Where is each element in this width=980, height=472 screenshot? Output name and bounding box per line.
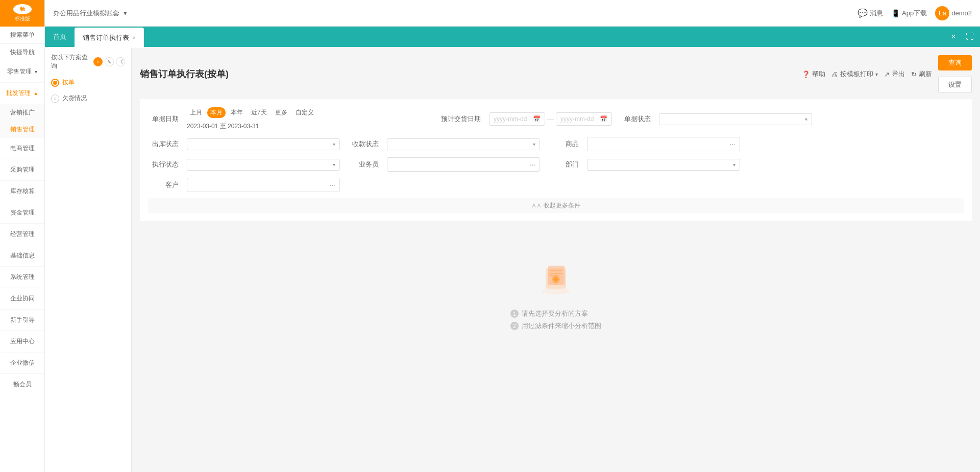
expected-date-label: 预计交货日期 <box>440 114 481 124</box>
doc-status-label: 单据状态 <box>620 114 651 124</box>
sidebar-item-search[interactable]: 搜索菜单 <box>0 27 44 44</box>
user-name-label: demo2 <box>951 9 972 17</box>
expected-date-range: yyyy-mm-dd 📅 — yyyy-mm-dd 📅 <box>489 112 612 126</box>
expected-date-to-input[interactable]: yyyy-mm-dd 📅 <box>556 112 612 126</box>
collapse-panel-button[interactable]: 《 <box>116 57 125 66</box>
chevron-up-icon: ▲ <box>33 90 38 96</box>
main-area: 办公用品行业模拟账套 ▾ 💬 消息 📱 App下载 Ea demo2 首页 <box>45 0 980 472</box>
logo-subtitle: 标准版 <box>15 15 30 22</box>
breadcrumb-arrow-icon: ▾ <box>124 9 127 17</box>
user-profile-button[interactable]: Ea demo2 <box>935 6 972 20</box>
page-header: 销售订单执行表(按单) ❓ 帮助 🖨 按模板打印 ▾ ↗ 导出 <box>140 55 972 93</box>
help-label: 帮助 <box>812 69 825 79</box>
date-range-display: 2023-03-01 至 2023-03-31 <box>187 122 432 131</box>
edit-plan-button[interactable]: ✎ <box>105 57 114 66</box>
out-status-label: 出库状态 <box>148 139 179 149</box>
tab-active-label: 销售订单执行表 <box>83 33 129 42</box>
calendar-from-icon: 📅 <box>533 115 541 123</box>
goods-label: 商品 <box>548 139 579 149</box>
page-actions: ❓ 帮助 🖨 按模板打印 ▾ ↗ 导出 ↻ 刷新 <box>802 55 972 93</box>
tab-sales-execution[interactable]: 销售订单执行表 × <box>75 28 144 48</box>
tab-bar: 首页 销售订单执行表 × × ⛶ <box>45 27 980 47</box>
goods-select[interactable]: ··· <box>587 137 740 151</box>
salesperson-select[interactable]: ··· <box>387 157 540 172</box>
app-download-button[interactable]: 📱 App下载 <box>891 9 927 18</box>
message-button[interactable]: 💬 消息 <box>857 8 883 18</box>
dept-select[interactable]: ▾ <box>587 159 740 171</box>
empty-tip-2: 2 用过滤条件来缩小分析范围 <box>510 321 601 331</box>
sidebar-item-inventory[interactable]: 库存核算 <box>0 181 44 202</box>
message-icon: 💬 <box>857 8 868 18</box>
date-tab-prev-month[interactable]: 上月 <box>187 107 205 118</box>
expected-date-to-placeholder: yyyy-mm-dd <box>560 115 594 123</box>
sidebar-item-newbie[interactable]: 新手引导 <box>0 310 44 331</box>
sidebar-item-retail[interactable]: 零售管理 ▾ <box>0 61 44 83</box>
content-area: 按以下方案查询 + ✎ 《 按单 ○ 欠货情况 <box>45 47 980 472</box>
tab-home[interactable]: 首页 <box>45 27 75 47</box>
sidebar: 畅 标准版 搜索菜单 快捷导航 零售管理 ▾ 批发管理 ▲ 营销推广 销售管理 … <box>0 0 45 472</box>
print-icon: 🖨 <box>831 70 838 78</box>
print-chevron-icon: ▾ <box>875 72 878 77</box>
receipt-status-select[interactable]: ▾ <box>387 138 540 150</box>
date-tab-7days[interactable]: 近7天 <box>248 107 270 118</box>
filter-row-3: 执行状态 ▾ 业务员 ··· 部门 ▾ <box>148 157 964 172</box>
sidebar-item-ecommerce[interactable]: 电商管理 <box>0 138 44 159</box>
sidebar-item-enterprise[interactable]: 企业协同 <box>0 288 44 310</box>
date-tab-current-year[interactable]: 本年 <box>228 107 246 118</box>
sidebar-sub-item-sales[interactable]: 销售管理 <box>0 121 44 138</box>
refresh-button[interactable]: ↻ 刷新 <box>911 69 932 79</box>
sidebar-item-system[interactable]: 系统管理 <box>0 267 44 288</box>
date-tab-custom[interactable]: 自定义 <box>292 107 317 118</box>
refresh-icon: ↻ <box>911 70 917 78</box>
print-button[interactable]: 🖨 按模板打印 ▾ <box>831 69 878 79</box>
page-title: 销售订单执行表(按单) <box>140 68 229 80</box>
goods-more-icon: ··· <box>729 140 736 148</box>
plan-item-shortage[interactable]: ○ 欠货情况 <box>45 90 131 106</box>
sidebar-item-app-center[interactable]: 应用中心 <box>0 331 44 352</box>
date-tab-more[interactable]: 更多 <box>272 107 290 118</box>
filter-row-2: 出库状态 ▾ 收款状态 ▾ 商品 ··· <box>148 137 964 151</box>
out-status-select[interactable]: ▾ <box>187 138 340 150</box>
expected-date-from-input[interactable]: yyyy-mm-dd 📅 <box>489 112 545 126</box>
date-filter-group: 上月 本月 本年 近7天 更多 自定义 2023-03-01 至 2023-03… <box>187 107 432 131</box>
exec-status-select[interactable]: ▾ <box>187 159 340 171</box>
sidebar-sub-wholesale: 营销推广 销售管理 <box>0 104 44 138</box>
breadcrumb-text: 办公用品行业模拟账套 <box>53 9 119 18</box>
left-panel-header: 按以下方案查询 + ✎ 《 <box>45 53 131 75</box>
dept-chevron-icon: ▾ <box>733 162 736 168</box>
sidebar-item-operations[interactable]: 经营管理 <box>0 224 44 245</box>
help-button[interactable]: ❓ 帮助 <box>802 69 825 79</box>
sidebar-item-wholesale[interactable]: 批发管理 ▲ <box>0 83 44 104</box>
search-button[interactable]: 查询 <box>938 55 972 70</box>
doc-status-select[interactable]: ▾ <box>659 113 812 125</box>
print-label: 按模板打印 <box>840 69 873 79</box>
plan-item-by-order[interactable]: 按单 <box>45 75 131 90</box>
export-button[interactable]: ↗ 导出 <box>884 69 905 79</box>
date-tab-current-month[interactable]: 本月 <box>207 107 226 118</box>
collapse-bar[interactable]: ∧∧ 收起更多条件 <box>148 198 964 213</box>
out-status-chevron-icon: ▾ <box>333 141 335 147</box>
sidebar-item-membership[interactable]: 畅会员 <box>0 374 44 395</box>
tab-close-icon[interactable]: × <box>132 34 136 41</box>
salesperson-more-icon: ··· <box>529 160 535 169</box>
exec-status-chevron-icon: ▾ <box>333 162 335 168</box>
plan-label-by-order: 按单 <box>62 78 75 87</box>
sidebar-item-wechat[interactable]: 企业微信 <box>0 352 44 374</box>
sidebar-item-purchase[interactable]: 采购管理 <box>0 159 44 181</box>
search-setting-buttons: 查询 设置 <box>938 55 972 93</box>
filter-row-4: 客户 ··· <box>148 178 964 192</box>
sidebar-sub-item-marketing[interactable]: 营销推广 <box>0 104 44 121</box>
export-icon: ↗ <box>884 70 890 78</box>
sidebar-item-base-info[interactable]: 基础信息 <box>0 245 44 267</box>
sidebar-item-finance[interactable]: 资金管理 <box>0 202 44 224</box>
top-header: 办公用品行业模拟账套 ▾ 💬 消息 📱 App下载 Ea demo2 <box>45 0 980 27</box>
tab-minimize-button[interactable]: × <box>947 31 960 43</box>
setting-button[interactable]: 设置 <box>938 77 972 93</box>
tab-maximize-button[interactable]: ⛶ <box>964 31 976 43</box>
sidebar-item-quick-nav[interactable]: 快捷导航 <box>0 44 44 61</box>
avatar: Ea <box>935 6 949 20</box>
add-plan-button[interactable]: + <box>93 57 103 66</box>
filter-row-1: 单据日期 上月 本月 本年 近7天 更多 自定义 2023-03-01 至 20… <box>148 107 964 131</box>
expected-date-from-placeholder: yyyy-mm-dd <box>494 115 527 123</box>
customer-select[interactable]: ··· <box>187 178 340 192</box>
